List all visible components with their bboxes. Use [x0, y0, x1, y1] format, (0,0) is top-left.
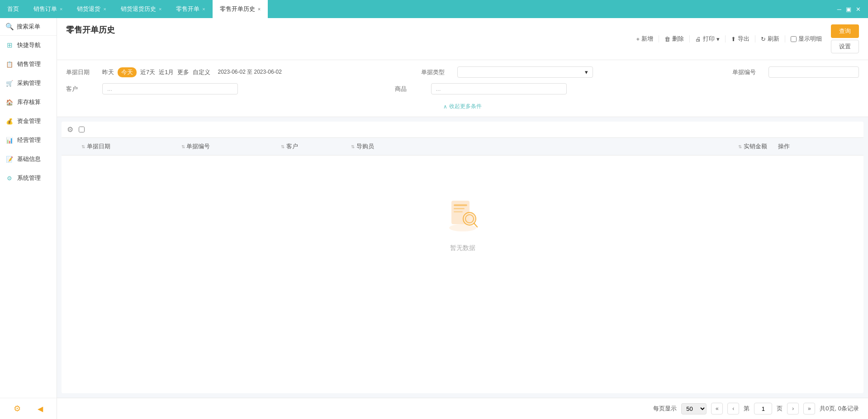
first-page-button[interactable]: «: [711, 403, 723, 414]
print-dropdown-icon: ▾: [716, 36, 720, 42]
sidebar: 🔍 搜索采单 ⊞ 快捷导航 📋 销售管理 🛒 采购管理 🏠 库存核算 💰 资金管…: [0, 18, 57, 419]
sidebar-search[interactable]: 🔍 搜索采单: [0, 18, 57, 36]
tab-sales-return-history[interactable]: 销货退货历史 ×: [114, 0, 169, 18]
th-amount[interactable]: ⇅ 实销金额: [431, 138, 772, 155]
display-detail-label: 显示明细: [798, 35, 822, 43]
svg-point-0: [449, 224, 476, 231]
th-amount-sort-icon: ⇅: [738, 144, 742, 149]
tab-home[interactable]: 首页: [0, 0, 26, 18]
export-button[interactable]: ⬆ 导出: [731, 35, 749, 43]
sidebar-item-purchase-mgmt[interactable]: 🛒 采购管理: [0, 74, 57, 93]
date-last7days[interactable]: 近7天: [140, 68, 155, 76]
delete-button[interactable]: 🗑 删除: [664, 35, 684, 43]
th-salesperson[interactable]: ⇅ 导购员: [346, 138, 431, 155]
page-size-select[interactable]: 50 10 20 100: [681, 403, 707, 414]
empty-icon: [440, 192, 485, 237]
tab-sales-order[interactable]: 销售订单 ×: [26, 0, 70, 18]
restore-button[interactable]: ▣: [846, 6, 851, 13]
tab-sales-return-close[interactable]: ×: [103, 6, 106, 12]
sidebar-item-sales-mgmt[interactable]: 📋 销售管理: [0, 55, 57, 74]
customer-input[interactable]: ...: [102, 83, 238, 94]
page-unit-label: 页: [777, 405, 783, 413]
doc-no-input[interactable]: [768, 66, 859, 78]
date-yesterday[interactable]: 昨天: [102, 68, 114, 76]
customer-label: 客户: [66, 85, 93, 93]
add-icon: +: [636, 36, 640, 42]
window-controls: ─ ▣ ✕: [830, 6, 868, 13]
product-label: 商品: [395, 85, 422, 93]
refresh-button[interactable]: ↻ 刷新: [761, 35, 779, 43]
tab-sales-return[interactable]: 销货退货 ×: [70, 0, 113, 18]
tab-retail-open-close[interactable]: ×: [202, 6, 205, 12]
sidebar-item-quick-nav-label: 快捷导航: [17, 41, 41, 49]
page-input[interactable]: [754, 403, 772, 414]
tab-retail-open-history[interactable]: 零售开单历史 ×: [213, 0, 268, 18]
search-icon: 🔍: [5, 23, 14, 31]
add-label: 新增: [641, 35, 653, 43]
customer-placeholder: ...: [107, 85, 112, 92]
display-detail-checkbox[interactable]: 显示明细: [791, 35, 822, 43]
main-layout: 🔍 搜索采单 ⊞ 快捷导航 📋 销售管理 🛒 采购管理 🏠 库存核算 💰 资金管…: [0, 18, 868, 419]
collapse-bar[interactable]: ∧ 收起更多条件: [66, 100, 859, 110]
total-label: 共0页, 0条记录: [820, 405, 859, 413]
page-title: 零售开单历史: [66, 24, 115, 42]
sidebar-item-sys-mgmt-label: 系统管理: [17, 174, 41, 182]
date-today[interactable]: 今天: [118, 67, 137, 77]
th-date-sort-icon: ⇅: [81, 144, 85, 149]
date-last1month[interactable]: 近1月: [159, 68, 174, 76]
svg-rect-2: [454, 204, 467, 206]
add-button[interactable]: + 新增: [636, 35, 653, 43]
filter-bar: 单据日期 昨天 今天 近7天 近1月 更多 自定义 2023-06-02 至 2…: [57, 60, 868, 117]
empty-text: 暂无数据: [450, 244, 475, 252]
tab-sales-order-label: 销售订单: [33, 5, 57, 13]
sidebar-item-quick-nav[interactable]: ⊞ 快捷导航: [0, 36, 57, 55]
doc-type-select[interactable]: ▾: [457, 66, 593, 78]
basic-info-icon: 📝: [5, 155, 14, 163]
minimize-button[interactable]: ─: [837, 6, 841, 13]
data-table: ⇅ 单据日期 ⇅ 单据编号 ⇅ 客户 ⇅ 导购员: [62, 138, 863, 155]
last-page-button[interactable]: »: [803, 403, 815, 414]
print-button[interactable]: 🖨 打印 ▾: [695, 35, 720, 43]
tab-sales-return-history-close[interactable]: ×: [159, 6, 161, 12]
next-page-button[interactable]: ›: [787, 403, 799, 414]
collapse-label: 收起更多条件: [449, 103, 482, 110]
close-button[interactable]: ✕: [856, 6, 861, 13]
sidebar-bottom: ⚙ ◀: [0, 398, 57, 419]
pagination-bar: 每页显示 50 10 20 100 « ‹ 第 页 › » 共0页, 0条记录: [57, 398, 868, 419]
display-detail-check[interactable]: [791, 36, 797, 42]
tab-retail-open-history-close[interactable]: ×: [258, 6, 261, 12]
page-header: 零售开单历史 + 新增 🗑 删除 🖨 打印 ▾: [57, 18, 868, 60]
product-placeholder: ...: [436, 85, 441, 92]
tab-list: 首页 销售订单 × 销货退货 × 销货退货历史 × 零售开单 × 零售开单历史 …: [0, 0, 830, 18]
date-options: 昨天 今天 近7天 近1月 更多 自定义 2023-06-02 至 2023-0…: [102, 67, 282, 77]
query-button[interactable]: 查询: [831, 24, 859, 38]
date-custom[interactable]: 自定义: [193, 68, 210, 76]
tab-sales-order-close[interactable]: ×: [60, 6, 62, 12]
doc-no-label: 单据编号: [732, 68, 759, 76]
page-label: 第: [744, 405, 749, 413]
refresh-label: 刷新: [768, 35, 779, 43]
th-customer[interactable]: ⇅ 客户: [275, 138, 346, 155]
sidebar-item-purchase-mgmt-label: 采购管理: [17, 79, 41, 87]
sidebar-settings-icon[interactable]: ⚙: [14, 404, 21, 414]
sidebar-collapse-icon[interactable]: ◀: [38, 405, 43, 413]
th-no[interactable]: ⇅ 单据编号: [176, 138, 276, 155]
date-label: 单据日期: [66, 68, 93, 76]
setting-button[interactable]: 设置: [831, 40, 859, 53]
prev-page-button[interactable]: ‹: [727, 403, 739, 414]
select-all-checkbox[interactable]: [79, 127, 85, 132]
sidebar-item-finance[interactable]: 💰 资金管理: [0, 112, 57, 131]
sidebar-item-inventory[interactable]: 🏠 库存核算: [0, 93, 57, 112]
table-settings-icon[interactable]: ⚙: [67, 125, 73, 134]
delete-label: 删除: [672, 35, 684, 43]
doc-type-label: 单据类型: [421, 68, 448, 76]
product-input[interactable]: ...: [431, 83, 567, 94]
empty-state: 暂无数据: [62, 155, 863, 279]
sidebar-item-sys-mgmt[interactable]: ⚙ 系统管理: [0, 169, 57, 188]
th-date[interactable]: ⇅ 单据日期: [76, 138, 176, 155]
tab-retail-open[interactable]: 零售开单 ×: [169, 0, 212, 18]
sidebar-item-sales-mgmt-label: 销售管理: [17, 60, 41, 68]
date-more[interactable]: 更多: [177, 68, 189, 76]
sidebar-item-operations[interactable]: 📊 经营管理: [0, 131, 57, 150]
sidebar-item-basic-info[interactable]: 📝 基础信息: [0, 150, 57, 169]
